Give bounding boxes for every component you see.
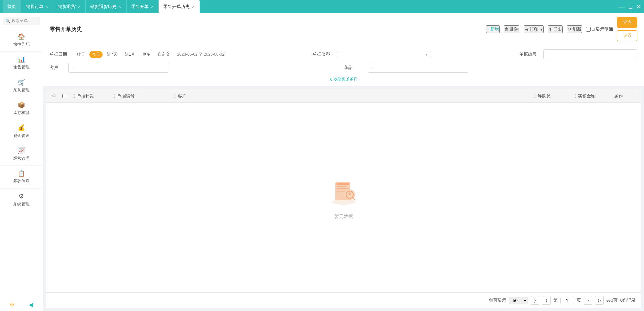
pagination: 每页显示 50 10 20 100 ⟨⟨ ⟨ 第 页 ⟩ ⟩⟩ 共0页, 0条记… [46, 292, 641, 308]
num-filter-input[interactable] [543, 49, 637, 59]
top-bar: 首页 销售订单 ✕ 销货退货 ✕ 销货退货历史 ✕ 零售开单 ✕ 零售开单历史 … [0, 0, 644, 13]
sidebar-item-sales[interactable]: 📊 销售管理 [0, 52, 43, 74]
num-filter-label: 单据编号 [519, 51, 538, 57]
date-sort-icon: ▲▼ [73, 93, 76, 99]
table-header: ⚙ ▲▼ 单据日期 ▲▼ 单据编号 ▲▼ 客户 ▲▼ 导 [46, 89, 641, 103]
date-btn-yesterday[interactable]: 昨天 [74, 51, 88, 58]
query-button[interactable]: 查询 [617, 17, 637, 28]
sidebar-item-inventory-label: 库存核算 [13, 110, 30, 116]
table-select-all[interactable] [59, 94, 70, 98]
customer-sort-icon: ▲▼ [174, 93, 176, 99]
tab-close-retail-history[interactable]: ✕ [192, 5, 195, 9]
date-btn-today[interactable]: 今天 [89, 51, 103, 58]
date-range-display: 2023-06-02 至 2023-06-02 [177, 52, 224, 57]
sidebar-item-operation[interactable]: 📈 经营管理 [0, 143, 43, 166]
th-guide[interactable]: ▲▼ 导购员 [531, 93, 571, 99]
sidebar-settings-btn[interactable]: ⚙ [9, 301, 15, 308]
content-area: 零售开单历史 + 新增 🗑 删除 🖨 打印 ▼ ⬆ 导出 ↻ 刷新 [43, 13, 644, 311]
sidebar-item-basic[interactable]: 📋 基础信息 [0, 166, 43, 189]
date-btn-custom[interactable]: 自定义 [155, 51, 173, 58]
page-label2: 页 [577, 297, 581, 303]
add-button[interactable]: + 新增 [486, 25, 500, 33]
window-maximize-btn[interactable]: □ [629, 3, 632, 10]
th-date[interactable]: ▲▼ 单据日期 [70, 93, 110, 99]
th-customer[interactable]: ▲▼ 客户 [171, 93, 531, 99]
current-page-input[interactable] [560, 297, 574, 304]
total-info: 共0页, 0条记录 [606, 297, 636, 303]
delete-button[interactable]: 🗑 删除 [504, 25, 519, 33]
goods-filter-label: 商品 [344, 65, 362, 71]
sidebar-collapse-btn[interactable]: ◀ [29, 301, 33, 308]
empty-illustration [327, 175, 360, 210]
th-num[interactable]: ▲▼ 单据编号 [110, 93, 171, 99]
print-button[interactable]: 🖨 打印 ▼ [524, 25, 544, 33]
guide-sort-icon: ▲▼ [534, 93, 536, 99]
sidebar-item-quicknav[interactable]: 🏠 快捷导航 [0, 29, 43, 52]
sidebar-item-system[interactable]: ⚙ 系统管理 [0, 189, 43, 211]
tab-close-sales-order[interactable]: ✕ [45, 5, 48, 9]
goods-filter-input[interactable]: ··· [368, 63, 468, 73]
refresh-button[interactable]: ↻ 刷新 [567, 25, 582, 33]
setting-button[interactable]: 设置 [617, 30, 637, 41]
filter-collapse-btn[interactable]: ∧ 收起更多条件 [50, 76, 637, 82]
page-size-select[interactable]: 50 10 20 100 [509, 297, 528, 304]
svg-rect-4 [336, 188, 348, 189]
date-btn-7days[interactable]: 近7天 [104, 51, 120, 58]
tab-retail[interactable]: 零售开单 ✕ [127, 0, 159, 13]
last-page-btn[interactable]: ⟩⟩ [595, 296, 604, 305]
date-filter-label: 单据日期 [50, 51, 68, 57]
tab-sales-order[interactable]: 销售订单 ✕ [21, 0, 53, 13]
sidebar-search[interactable]: 🔍 搜索菜单 [0, 13, 43, 29]
display-detail-toggle[interactable]: □ 显示明细 [586, 26, 613, 32]
home-icon: 🏠 [18, 33, 25, 40]
sidebar: 🔍 搜索菜单 🏠 快捷导航 📊 销售管理 🛒 采购管理 📦 库存核算 💰 资金管… [0, 13, 43, 311]
date-filter-buttons: 昨天 今天 近7天 近1月 更多 自定义 2023-06-02 至 2023-0… [74, 51, 225, 58]
tab-retail-history[interactable]: 零售开单历史 ✕ [159, 0, 200, 13]
tab-close-return[interactable]: ✕ [78, 5, 81, 9]
prev-page-btn[interactable]: ⟨ [542, 296, 551, 305]
display-detail-checkbox[interactable] [586, 27, 591, 32]
type-filter-label: 单据类型 [313, 51, 332, 57]
date-btn-more[interactable]: 更多 [139, 51, 153, 58]
table-settings-btn[interactable]: ⚙ [49, 93, 59, 98]
sidebar-item-purchase[interactable]: 🛒 采购管理 [0, 74, 43, 97]
sales-icon: 📊 [18, 56, 25, 63]
inventory-icon: 📦 [18, 101, 25, 109]
empty-text: 暂无数据 [334, 214, 353, 220]
svg-point-9 [348, 192, 351, 195]
sidebar-item-sales-label: 销售管理 [13, 64, 30, 70]
window-close-btn[interactable]: ✕ [636, 3, 641, 10]
page-label: 第 [553, 297, 558, 303]
table-body: 暂无数据 [46, 103, 641, 292]
type-filter-select[interactable]: ▼ [337, 51, 431, 58]
customer-filter-input[interactable]: ··· [68, 63, 169, 73]
export-button[interactable]: ⬆ 导出 [548, 25, 563, 33]
tab-close-retail[interactable]: ✕ [151, 5, 154, 9]
svg-rect-2 [336, 183, 349, 185]
data-table: ⚙ ▲▼ 单据日期 ▲▼ 单据编号 ▲▼ 客户 ▲▼ 导 [46, 89, 641, 308]
first-page-btn[interactable]: ⟨⟨ [531, 296, 539, 305]
tab-return-history[interactable]: 销货退货历史 ✕ [86, 0, 127, 13]
sidebar-item-system-label: 系统管理 [13, 201, 30, 207]
th-amount[interactable]: ▲▼ 实销金额 [571, 93, 611, 99]
sidebar-item-quicknav-label: 快捷导航 [13, 42, 30, 47]
filter-area: 单据日期 昨天 今天 近7天 近1月 更多 自定义 2023-06-02 至 2… [43, 45, 644, 86]
select-all-checkbox[interactable] [62, 94, 67, 98]
next-page-btn[interactable]: ⟩ [584, 296, 592, 305]
collapse-up-icon: ∧ [329, 77, 332, 82]
window-minimize-btn[interactable]: — [618, 3, 625, 10]
svg-rect-3 [336, 186, 346, 187]
tab-home[interactable]: 首页 [3, 0, 21, 13]
tab-close-return-history[interactable]: ✕ [118, 5, 121, 9]
finance-icon: 💰 [18, 124, 25, 132]
amount-sort-icon: ▲▼ [574, 93, 577, 99]
goods-dots: ··· [371, 65, 375, 70]
sidebar-item-inventory[interactable]: 📦 库存核算 [0, 97, 43, 120]
tab-return[interactable]: 销货退货 ✕ [53, 0, 86, 13]
page-size-label: 每页显示 [489, 297, 506, 303]
th-action: 操作 [611, 93, 638, 99]
system-icon: ⚙ [19, 193, 24, 200]
svg-rect-5 [336, 191, 345, 192]
sidebar-item-finance[interactable]: 💰 资金管理 [0, 120, 43, 143]
date-btn-1month[interactable]: 近1月 [122, 51, 138, 58]
